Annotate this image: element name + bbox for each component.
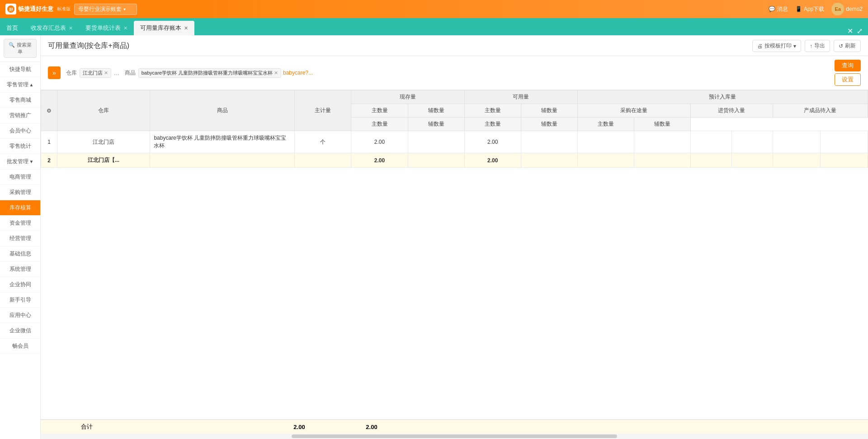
subtotal-row: 2 江北门店【... 2.00 2.00 [41,153,868,168]
tab-receipt-summary[interactable]: 收发存汇总表 ✕ [24,21,79,35]
printer-icon: 🖨 [757,43,763,49]
username: demo2 [846,6,863,12]
sidebar-item-retail-stats-label: 零售统计 [9,142,31,150]
sidebar-item-basic-info[interactable]: 基础信息 [0,246,40,262]
warehouse-filter-field: 仓库 江北门店 ✕ ... [66,68,119,78]
sidebar-item-purchase-mgmt-label: 采购管理 [9,189,31,196]
scrollbar-area [41,434,868,439]
product-tag-babycare-close[interactable]: ✕ [274,70,278,76]
sidebar-item-purchase-mgmt[interactable]: 采购管理 [0,185,40,200]
filter-toggle-button[interactable]: » [48,66,61,79]
tab-order-stats-close[interactable]: ✕ [123,25,127,31]
sidebar-search-section: 🔍 搜索菜单 [0,35,40,62]
sidebar-item-retail-stats[interactable]: 零售统计 [0,139,40,154]
chevron-down-icon: ▾ [123,7,126,12]
row-purchase-transit-aux [634,131,690,153]
export-label: 导出 [814,42,825,50]
sidebar-item-enterprise-wechat-label: 企业微信 [9,327,31,335]
sidebar-search-label: 搜索菜单 [17,42,32,54]
tab-order-stats[interactable]: 要货单统计表 ✕ [79,21,134,35]
subtotal-inbound-pending-aux [731,153,773,168]
sidebar-item-system-mgmt[interactable]: 系统管理 [0,262,40,277]
tab-receipt-summary-close[interactable]: ✕ [69,25,73,31]
tab-available-stock[interactable]: 可用量库存账本 ✕ [134,21,194,35]
warehouse-tag-jiangbei-close[interactable]: ✕ [104,70,108,76]
expand-icon: » [52,69,56,76]
warehouse-more-button[interactable]: ... [114,69,119,76]
row-unit: 个 [295,131,351,153]
sidebar-item-member-center[interactable]: 会员中心 [0,123,40,139]
close-all-tabs-icon[interactable]: ✕ [847,27,853,35]
subtotal-inbound-pending-main [691,153,732,168]
horizontal-scrollbar[interactable] [292,434,617,438]
refresh-icon: ↺ [839,43,843,49]
footer-values: 2.00 2.00 [109,424,861,430]
product-filter-field: 商品 babycare学饮杯 儿童防摔防撞吸管杯重力球吸嘴杯宝宝水杯 ✕ bab… [125,68,313,78]
row-production-pending-aux [820,131,868,153]
product-tag-babycare[interactable]: babycare学饮杯 儿童防摔防撞吸管杯重力球吸嘴杯宝宝水杯 ✕ [138,68,281,78]
message-icon: 💬 [769,6,775,12]
warehouse-tag-jiangbei[interactable]: 江北门店 ✕ [80,68,111,78]
fullscreen-icon[interactable]: ⤢ [857,27,863,35]
message-action[interactable]: 💬 消息 [769,5,788,13]
sidebar-item-member-center-label: 会员中心 [9,127,31,135]
footer-stock-main: 2.00 [281,424,317,430]
th-planned-inbound: 预计入库量 [577,90,868,104]
sidebar-item-quick-nav-label: 快捷导航 [9,66,31,73]
th-inbound-pending-aux2: 辅数量 [521,118,577,131]
th-warehouse: 仓库 [57,90,150,131]
page-actions: 🖨 按模板打印 ▾ ↑ 导出 ↺ 刷新 [752,40,861,52]
brand-logo: 好 畅捷通好生意 [5,4,53,14]
sidebar-item-finance-mgmt[interactable]: 资金管理 [0,216,40,231]
row-inbound-pending-main [691,131,732,153]
th-production-pending-aux2: 辅数量 [634,118,690,131]
sidebar-item-inventory-check[interactable]: 库存核算 [0,200,40,216]
footer-unit-spacer [254,424,281,430]
sidebar-item-app-center[interactable]: 应用中心 [0,308,40,323]
sidebar-search-button[interactable]: 🔍 搜索菜单 [4,39,37,58]
subtotal-available-main: 2.00 [464,153,521,168]
table-wrapper[interactable]: ⚙ 仓库 商品 主计量 现存量 可用量 预计入库量 主数量 辅数量 主数量 辅数… [41,90,868,419]
sidebar-item-retail-mgmt[interactable]: 零售管理 ▲ [0,77,40,93]
sidebar-item-ops-mgmt-label: 经营管理 [9,235,31,242]
th-inbound-pending: 进货待入量 [691,104,773,118]
row-stock-main: 2.00 [351,131,408,153]
gear-icon[interactable]: ⚙ [47,108,52,114]
refresh-button[interactable]: ↺ 刷新 [834,40,861,52]
sidebar-item-enterprise-wechat[interactable]: 企业微信 [0,323,40,339]
row-available-main: 2.00 [464,131,521,153]
tab-available-stock-close[interactable]: ✕ [184,25,188,31]
top-bar-left: 好 畅捷通好生意 标准版 母婴行业演示账套 ▾ [5,4,137,15]
sidebar-item-retail-mall[interactable]: 零售商城 [0,93,40,108]
row-warehouse: 江北门店 [57,131,150,153]
sidebar-item-marketing[interactable]: 营销推广 [0,108,40,123]
svg-text:好: 好 [9,7,14,12]
app-download-action[interactable]: 📱 App下载 [795,5,824,13]
footer-available-main: 2.00 [354,424,390,430]
print-template-label: 按模板打印 [764,42,792,50]
tab-home[interactable]: 首页 [0,21,24,35]
avatar: Ea [831,3,844,15]
sidebar-item-quick-nav[interactable]: 快捷导航 [0,62,40,77]
sidebar-item-ecommerce-mgmt[interactable]: 电商管理 [0,170,40,185]
sidebar-item-retail-mgmt-label: 零售管理 [7,81,28,89]
inventory-table: ⚙ 仓库 商品 主计量 现存量 可用量 预计入库量 主数量 辅数量 主数量 辅数… [41,90,868,168]
product-more-label[interactable]: babycare?... [283,70,313,76]
export-button[interactable]: ↑ 导出 [805,40,830,52]
brand-name: 畅捷通好生意 [18,5,53,13]
sidebar-item-wholesale-mgmt[interactable]: 批发管理 ▼ [0,154,40,170]
query-button[interactable]: 查询 [835,60,861,71]
app-body: 🔍 搜索菜单 快捷导航 零售管理 ▲ 零售商城 营销推广 会员中心 零售统计 批… [0,35,868,439]
sidebar-item-enterprise-collab[interactable]: 企业协同 [0,277,40,293]
user-profile[interactable]: Ea demo2 [831,3,863,15]
store-selector[interactable]: 母婴行业演示账套 ▾ [74,4,137,15]
print-template-button[interactable]: 🖨 按模板打印 ▾ [752,40,801,52]
row-purchase-transit-main [577,131,634,153]
sidebar-item-ops-mgmt[interactable]: 经营管理 [0,231,40,246]
store-name: 母婴行业演示账套 [78,5,122,13]
sidebar-item-new-guide[interactable]: 新手引导 [0,293,40,308]
row-index: 1 [41,131,57,153]
sidebar-item-vip-member[interactable]: 畅会员 [0,339,40,354]
product-filter-tags: babycare学饮杯 儿童防摔防撞吸管杯重力球吸嘴杯宝宝水杯 ✕ babyca… [138,68,313,78]
settings-button[interactable]: 设置 [835,73,861,86]
